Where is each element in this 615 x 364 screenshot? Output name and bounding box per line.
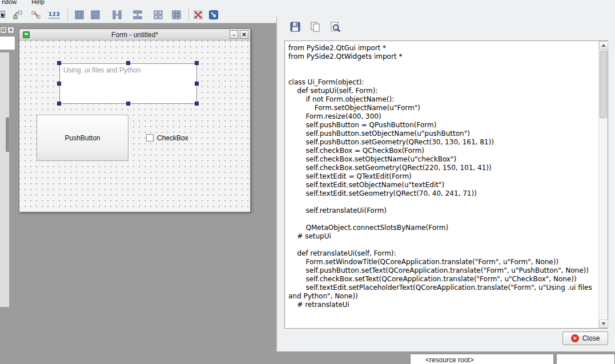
selection-handle-bottom-left[interactable] [57,102,61,106]
layout-form-button[interactable] [151,7,166,22]
selection-handle-bottom-right[interactable] [195,102,199,106]
edit-signals-slots-button[interactable] [10,7,25,22]
break-layout-button[interactable] [191,7,206,22]
code-dialog-toolbar [288,20,342,34]
selection-handle-top-mid[interactable] [126,61,130,65]
adjust-size-icon [208,9,219,21]
edit-buddies-button[interactable] [29,7,43,22]
scroll-down-button[interactable] [599,319,608,328]
restore-icon [2,29,5,31]
edit-tab-order-button[interactable]: 123 [47,7,62,22]
menubar: ndow Help [2,0,45,5]
layout-vertical-splitter-icon [132,9,143,21]
layout-grid-button[interactable] [169,7,184,22]
toolbar-separator [188,8,189,21]
widgetbox-filter-field[interactable] [0,36,15,50]
edit-widgets-button[interactable] [0,7,10,22]
form-canvas[interactable]: Using .ui files and Python PushButton Ch… [19,41,250,212]
resource-browser-list [556,354,615,364]
code-vertical-scrollbar[interactable] [598,41,608,328]
down-arrow-icon [601,322,606,325]
resource-browser-tree: <resource root> [410,354,554,364]
form-window-title: Form - untitled* [19,31,250,39]
checkbox-label: CheckBox [157,134,188,142]
layout-vertical-splitter-button[interactable] [130,7,145,22]
close-button[interactable]: ✕ Close [562,331,608,345]
code-preview-dialog: from PySide2.QtGui import * from PySide2… [276,16,615,351]
edit-widgets-icon [0,9,8,21]
copy-button[interactable] [308,20,322,34]
resource-root-item[interactable]: <resource root> [411,354,553,364]
layout-grid-icon [171,9,182,21]
layout-vertical-icon [90,9,101,21]
edit-signals-slots-icon [12,9,23,21]
close-circle-icon: ✕ [571,334,579,342]
edit-tab-order-icon: 123 [49,11,60,19]
subwindow-restore-button[interactable] [0,27,7,34]
selection-handle-bottom-mid[interactable] [126,102,130,106]
break-layout-icon [192,9,204,21]
toolbar-separator [67,8,68,21]
pushbutton-widget[interactable]: PushButton [37,115,128,161]
menu-help[interactable]: Help [31,0,45,5]
layout-horizontal-splitter-button[interactable] [110,7,124,22]
menu-window[interactable]: ndow [2,0,17,5]
form-minimize-button[interactable]: - [230,30,238,39]
layout-horizontal-splitter-icon [111,9,123,21]
layout-vertical-button[interactable] [88,7,103,22]
up-arrow-icon [601,44,606,47]
find-icon [329,21,341,33]
find-button[interactable] [328,20,342,34]
selection-handle-mid-right[interactable] [195,82,199,86]
layout-form-icon [152,9,164,21]
form-window-titlebar[interactable]: Form - untitled* - ✕ [19,29,250,41]
subwindow-close-button[interactable]: ✕ [7,27,14,34]
scrollbar-thumb[interactable] [600,51,607,118]
close-icon: ✕ [9,27,13,33]
selection-handle-top-left[interactable] [57,61,61,65]
selection-handle-top-right[interactable] [195,61,199,65]
copy-icon [309,21,321,33]
adjust-size-button[interactable] [206,7,221,22]
edit-buddies-icon [30,9,42,21]
form-editor-window: Form - untitled* - ✕ Using .ui files and… [19,29,251,212]
generated-python-code[interactable]: from PySide2.QtGui import * from PySide2… [288,44,595,325]
save-button[interactable] [288,20,302,34]
textedit-widget[interactable]: Using .ui files and Python [59,63,197,104]
code-view[interactable]: from PySide2.QtGui import * from PySide2… [284,41,608,329]
widgetbox-scrollbar[interactable] [6,118,9,152]
checkbox-widget[interactable]: CheckBox [145,126,203,149]
close-button-label: Close [582,334,600,342]
layout-horizontal-icon [74,9,85,21]
form-close-button[interactable]: ✕ [240,30,248,39]
widgetbox-panel-edge [0,52,10,307]
scroll-up-button[interactable] [599,41,608,50]
selection-handle-mid-left[interactable] [57,82,61,86]
checkbox-box-icon [146,134,154,141]
save-icon [289,21,302,33]
layout-horizontal-button[interactable] [72,7,87,22]
qt-designer-screen: ndow Help 123 [0,0,615,364]
